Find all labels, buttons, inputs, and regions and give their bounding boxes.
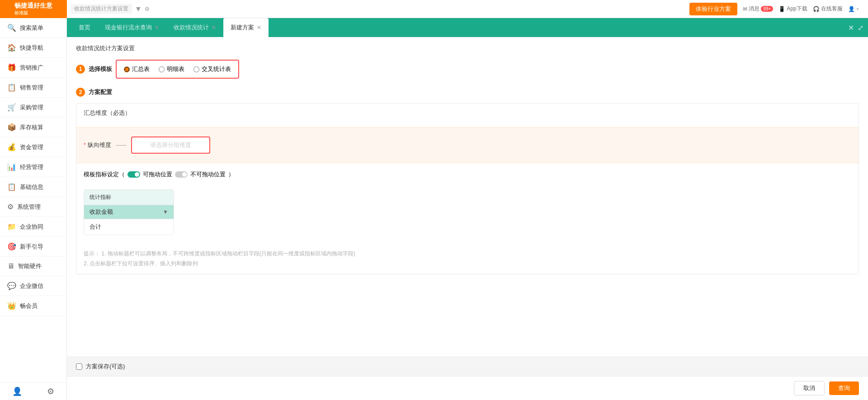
sidebar-item-wechat[interactable]: 💬 企业微信 <box>0 276 66 296</box>
tab-maximize-btn[interactable]: ⤢ <box>858 24 863 32</box>
tab-cashflow[interactable]: 现金银行流水查询 ✕ <box>98 18 166 37</box>
dim-select-box[interactable]: 请选择分组维度 <box>131 136 210 154</box>
config-box: 汇总维度（必选） * 纵向维度 —— 请选择分组维度 <box>76 103 859 274</box>
sidebar-item-quicknav[interactable]: 🏠 快捷导航 <box>0 38 66 58</box>
stats-col-dropdown-icon[interactable]: ▼ <box>163 209 168 215</box>
cancel-button[interactable]: 取消 <box>794 381 825 395</box>
sidebar-item-basicinfo[interactable]: 📋 基础信息 <box>0 177 66 197</box>
query-button[interactable]: 查询 <box>829 381 859 395</box>
save-plan-checkbox[interactable] <box>76 363 82 370</box>
page-content: 收款情况统计方案设置 1 选择模板 汇总表 <box>67 37 868 376</box>
tab-receipts-label: 收款情况统计 <box>174 24 209 32</box>
inner-content: 收款情况统计方案设置 1 选择模板 汇总表 <box>67 37 868 357</box>
message-icon: ✉ <box>743 6 747 12</box>
home-icon: 🏠 <box>7 43 16 52</box>
radio-detail[interactable]: 明细表 <box>159 65 184 73</box>
industry-btn[interactable]: 体验行业方案 <box>689 3 737 15</box>
movable-label: 可拖动位置 <box>143 170 172 179</box>
close-paren: ） <box>228 170 234 179</box>
section-config: 2 方案配置 汇总维度（必选） * 纵向维度 <box>76 88 859 274</box>
metrics-hint-row: 模板指标设定（ 可拖动位置 不可拖动位置 ） <box>84 170 851 179</box>
tip-2: 2. 点击标题栏下拉可设置排序、插入列和删除列 <box>84 259 851 269</box>
dim-row: * 纵向维度 —— 请选择分组维度 <box>84 136 851 154</box>
service-item[interactable]: 🎧 在线客服 <box>813 5 843 13</box>
tab-cashflow-close[interactable]: ✕ <box>155 24 159 31</box>
wechat-icon: 💬 <box>7 282 16 290</box>
tips-section: 提示： 1. 拖动标题栏可以调整布局，不可跨维度或指标区域拖动栏目字段(只能在同… <box>76 244 859 274</box>
sidebar-user-icon[interactable]: 👤 <box>12 386 22 396</box>
sidebar-item-sales[interactable]: 📋 销售管理 <box>0 78 66 98</box>
aggregate-label: 汇总维度（必选） <box>84 109 851 117</box>
sidebar-item-system[interactable]: ⚙ 系统管理 <box>0 197 66 217</box>
service-icon: 🎧 <box>813 6 820 12</box>
sidebar-item-inventory[interactable]: 📦 库存核算 <box>0 118 66 137</box>
sidebar-label-operations: 经营管理 <box>20 163 43 171</box>
sidebar-label-wechat: 企业微信 <box>20 282 43 290</box>
fixed-toggle <box>175 171 188 178</box>
sidebar-label-finance: 资金管理 <box>20 143 43 151</box>
tab-close-btn[interactable]: ✕ <box>848 24 854 32</box>
section1-number: 1 <box>76 65 85 74</box>
member-icon: 👑 <box>7 301 16 310</box>
radio-cross-label: 交叉统计表 <box>202 65 231 73</box>
tab-receipts-close[interactable]: ✕ <box>212 24 216 31</box>
info-icon: 📋 <box>7 183 16 191</box>
gear-icon[interactable]: ▼ <box>135 5 142 13</box>
breadcrumb-text: 收款情况统计方案设置 <box>71 4 132 14</box>
sidebar-item-finance[interactable]: 💰 资金管理 <box>0 137 66 157</box>
sidebar-item-collab[interactable]: 📁 企业协同 <box>0 217 66 237</box>
tab-newplan-close[interactable]: ✕ <box>257 24 261 31</box>
stats-col-header[interactable]: 收款金额 ▼ <box>84 205 174 219</box>
radio-summary[interactable]: 汇总表 <box>124 65 150 73</box>
sidebar-item-purchase[interactable]: 🛒 采购管理 <box>0 98 66 118</box>
radio-detail-input[interactable] <box>159 66 165 72</box>
money-icon: 💰 <box>7 143 16 151</box>
sidebar-settings-icon[interactable]: ⚙ <box>47 386 54 396</box>
gear-settings[interactable]: ⚙ <box>145 6 150 12</box>
sidebar-item-search[interactable]: 🔍 搜索菜单 <box>0 18 66 38</box>
bottom-action-bar: 取消 查询 <box>67 376 868 400</box>
section-template: 1 选择模板 汇总表 明细表 <box>76 60 859 79</box>
page-title: 收款情况统计方案设置 <box>76 44 859 52</box>
collab-icon: 📁 <box>7 222 16 231</box>
gift-icon: 🎁 <box>7 63 16 72</box>
sidebar-label-member: 畅会员 <box>20 302 38 310</box>
template-options-box: 汇总表 明细表 交叉统计表 <box>116 60 239 79</box>
notification-item[interactable]: ✉ 消息 99+ <box>743 5 773 13</box>
section2-number: 2 <box>76 88 85 97</box>
sidebar-label-hardware: 智能硬件 <box>18 262 42 270</box>
tab-cashflow-label: 现金银行流水查询 <box>105 24 152 32</box>
tab-newplan[interactable]: 新建方案 ✕ <box>223 18 269 37</box>
save-plan-label: 方案保存(可选) <box>86 362 125 371</box>
radio-summary-input[interactable] <box>124 66 130 72</box>
sidebar-label-search: 搜索菜单 <box>20 24 43 32</box>
fixed-label: 不可拖动位置 <box>190 170 226 179</box>
sidebar-label-basicinfo: 基础信息 <box>20 183 43 191</box>
top-header: 畅捷通好生意 标准版 收款情况统计方案设置 ▼ ⚙ 体验行业方案 ✉ 消息 99… <box>0 0 868 18</box>
sidebar-bottom: 👤 ⚙ <box>0 382 66 400</box>
user-avatar[interactable]: 👤 ▾ <box>848 6 859 12</box>
sidebar-item-marketing[interactable]: 🎁 营销推广 <box>0 58 66 78</box>
app-name: 畅捷通好生意 <box>14 2 52 10</box>
tab-home[interactable]: 首页 <box>71 18 98 37</box>
sidebar-item-hardware[interactable]: 🖥 智能硬件 <box>0 257 66 276</box>
movable-toggle <box>127 171 140 178</box>
sidebar-label-sales: 销售管理 <box>20 84 43 92</box>
radio-cross-input[interactable] <box>193 66 199 72</box>
section2-title: 方案配置 <box>89 88 112 96</box>
cart-icon: 🛒 <box>7 103 16 112</box>
tab-receipts[interactable]: 收款情况统计 ✕ <box>166 18 223 37</box>
section1-header: 1 选择模板 汇总表 明细表 <box>76 60 859 79</box>
sidebar-item-member[interactable]: 👑 畅会员 <box>0 296 66 316</box>
radio-summary-label: 汇总表 <box>132 65 150 73</box>
download-item[interactable]: 📱 App下载 <box>778 5 807 13</box>
sidebar-item-guide[interactable]: 🎯 新手引导 <box>0 237 66 257</box>
stats-table-header: 统计指标 <box>84 190 174 205</box>
app-edition: 标准版 <box>14 10 52 16</box>
stats-table: 统计指标 收款金额 ▼ 合计 <box>84 189 174 235</box>
sidebar-label-system: 系统管理 <box>17 203 41 211</box>
vertical-dim-label: * 纵向维度 <box>84 141 111 149</box>
radio-cross[interactable]: 交叉统计表 <box>193 65 231 73</box>
sidebar-item-operations[interactable]: 📊 经营管理 <box>0 157 66 177</box>
sales-icon: 📋 <box>7 83 16 92</box>
